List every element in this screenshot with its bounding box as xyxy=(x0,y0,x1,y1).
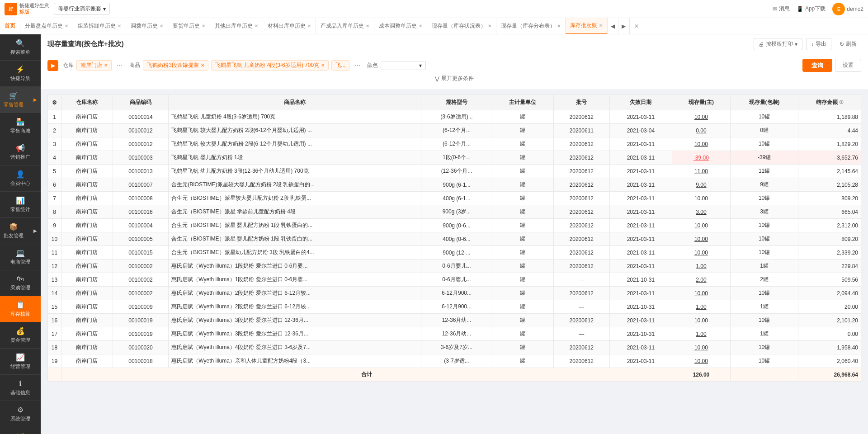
sidebar-label-basic: 基础信息 xyxy=(10,389,30,396)
close-icon[interactable]: ✕ xyxy=(65,24,68,28)
row-no: 16 xyxy=(48,314,61,327)
sidebar-item-retail[interactable]: 🛒 零售管理 ▶ xyxy=(0,87,41,113)
account-selector[interactable]: 母婴行业演示账套 ▾ xyxy=(54,3,110,15)
sidebar-item-system[interactable]: ⚙ 系统管理 xyxy=(0,401,41,427)
product-tag-2[interactable]: 飞鹤星飞帆 儿童奶粉 4段(3-6岁适用) 700克 ✕ xyxy=(211,60,329,71)
row-qty-main[interactable]: 10.00 xyxy=(672,110,731,124)
close-icon[interactable]: ✕ xyxy=(118,24,121,28)
row-name: 惠氏启賦（Wyeth illuma）2段奶粉 爱尔兰进口 6-12月较... xyxy=(169,300,421,314)
product-tag1-del[interactable]: ✕ xyxy=(201,63,204,68)
row-qty-main[interactable]: 3.00 xyxy=(672,205,731,219)
product-tag-more[interactable]: 飞... xyxy=(331,60,349,71)
sidebar-item-inventory[interactable]: 📋 库存核算 xyxy=(0,296,41,322)
tab-10[interactable]: 现存量（库存分布表） ✕ xyxy=(496,18,566,34)
row-warehouse: 南岸门店 xyxy=(61,219,113,232)
row-qty-main[interactable]: 2.00 xyxy=(672,273,731,287)
settings-button[interactable]: 设置 xyxy=(835,59,861,72)
nav-right-arrow[interactable]: ▶ xyxy=(618,18,629,34)
chevron-down-icon: ▾ xyxy=(103,6,106,12)
print-btn[interactable]: 🖨 按模板打印 ▾ xyxy=(754,38,802,50)
export-btn[interactable]: ↓ 导出 xyxy=(806,38,831,50)
row-batch: 20200612 xyxy=(553,165,609,178)
row-no: 12 xyxy=(48,259,61,273)
product-tag2-del[interactable]: ✕ xyxy=(321,63,325,68)
expand-more-btn[interactable]: ⋁ 展开更多条件 xyxy=(47,72,861,85)
tab-2[interactable]: 组装拆卸单历史 ✕ xyxy=(73,18,126,34)
row-no: 13 xyxy=(48,273,61,287)
tab-3[interactable]: 调拨单历史 ✕ xyxy=(126,18,168,34)
row-qty-main[interactable]: 11.00 xyxy=(672,165,731,178)
tab-8[interactable]: 成本调整单历史 ✕ xyxy=(374,18,427,34)
sidebar-item-store[interactable]: 🏪 零售商城 xyxy=(0,113,41,139)
tab-1[interactable]: 分量盘点单历史 ✕ xyxy=(20,18,73,34)
close-icon[interactable]: ✕ xyxy=(366,24,369,28)
row-spec: 1段(0-6个... xyxy=(421,151,492,165)
close-icon[interactable]: ✕ xyxy=(488,24,491,28)
app-download-btn[interactable]: 📱 App下载 xyxy=(797,5,826,13)
sidebar-item-marketing[interactable]: 📢 营销推广 xyxy=(0,139,41,165)
row-qty-main[interactable]: 10.00 xyxy=(672,137,731,151)
tab-7[interactable]: 产成品入库单历史 ✕ xyxy=(316,18,374,34)
finance-icon: 💰 xyxy=(16,327,25,335)
warehouse-more[interactable]: ··· xyxy=(114,61,125,70)
nav-left-arrow[interactable]: ◀ xyxy=(608,18,618,34)
sidebar-item-wholesale[interactable]: 📦 批发管理 ▶ xyxy=(0,218,41,244)
top-bar-right: ✉ 消息 📱 App下载 E demo2 xyxy=(773,3,863,15)
product-tag-1[interactable]: 飞鹤奶粉3段四罐提装 ✕ xyxy=(143,60,208,71)
tab-4[interactable]: 要货单历史 ✕ xyxy=(168,18,210,34)
sidebar-item-ecommerce[interactable]: 💻 电商管理 xyxy=(0,244,41,270)
sidebar-item-search[interactable]: 🔍 搜索菜单 xyxy=(0,34,41,61)
query-button[interactable]: 查询 xyxy=(802,59,832,72)
product-more[interactable]: ··· xyxy=(352,61,363,70)
row-qty-main[interactable]: 10.00 xyxy=(672,219,731,232)
close-icon[interactable]: ✕ xyxy=(307,24,311,28)
close-icon[interactable]: ✕ xyxy=(202,24,205,28)
refresh-btn[interactable]: ↻ 刷新 xyxy=(835,38,861,50)
tab-9[interactable]: 现存量（库存状况表） ✕ xyxy=(427,18,496,34)
sidebar-item-basic[interactable]: ℹ 基础信息 xyxy=(0,375,41,401)
close-icon[interactable]: ✕ xyxy=(419,24,422,28)
message-btn[interactable]: ✉ 消息 xyxy=(773,5,790,13)
table-row: 15 南岸门店 00100009 惠氏启賦（Wyeth illuma）2段奶粉 … xyxy=(48,300,861,314)
th-settings[interactable]: ⚙ xyxy=(48,95,61,110)
row-code: 00100018 xyxy=(113,354,169,368)
close-icon[interactable]: ✕ xyxy=(255,24,258,28)
tab-active[interactable]: 库存批次账 ✕ xyxy=(566,18,608,34)
row-expire: 2021-03-11 xyxy=(609,205,672,219)
row-no: 1 xyxy=(48,110,61,124)
row-qty-main[interactable]: 10.00 xyxy=(672,192,731,205)
sidebar-item-retail-stats[interactable]: 📊 零售统计 xyxy=(0,192,41,218)
close-icon[interactable]: ✕ xyxy=(160,24,163,28)
user-area[interactable]: E demo2 xyxy=(832,3,863,15)
warehouse-tag[interactable]: 南岸门店 ✕ xyxy=(76,60,112,71)
sidebar-item-management[interactable]: 📈 经营管理 xyxy=(0,349,41,375)
sidebar-item-purchase[interactable]: 🛍 采购管理 xyxy=(0,270,41,296)
row-qty-main[interactable]: 10.00 xyxy=(672,314,731,327)
tab-6[interactable]: 材料出库单历史 ✕ xyxy=(263,18,316,34)
row-qty-main[interactable]: 1.00 xyxy=(672,300,731,314)
row-qty-main[interactable]: 1.00 xyxy=(672,259,731,273)
tab-5[interactable]: 其他出库单历史 ✕ xyxy=(210,18,263,34)
row-qty-main[interactable]: -39.00 xyxy=(672,151,731,165)
row-qty-main[interactable]: 10.00 xyxy=(672,246,731,259)
close-all-tabs[interactable]: ✕ xyxy=(629,18,643,34)
row-qty-main[interactable]: 0.00 xyxy=(672,124,731,137)
close-icon[interactable]: ✕ xyxy=(599,23,603,28)
row-qty-main[interactable]: 10.00 xyxy=(672,287,731,300)
row-qty-main[interactable]: 10.00 xyxy=(672,354,731,368)
row-qty-main[interactable]: 10.00 xyxy=(672,232,731,246)
row-qty-main[interactable]: 10.00 xyxy=(672,341,731,354)
tab-home[interactable]: 首页 xyxy=(0,18,20,34)
row-amount: 1,189.88 xyxy=(798,110,861,124)
sidebar-item-collab[interactable]: 🤝 企业协同 xyxy=(0,427,41,434)
close-icon[interactable]: ✕ xyxy=(557,24,561,28)
row-qty-main[interactable]: 9.00 xyxy=(672,178,731,192)
sidebar-item-member[interactable]: 👤 会员中心 xyxy=(0,165,41,192)
sidebar-item-quicknav[interactable]: ⚡ 快捷导航 xyxy=(0,61,41,87)
info-icon[interactable]: ① xyxy=(839,99,844,105)
warehouse-tag-del[interactable]: ✕ xyxy=(104,63,108,68)
color-dropdown[interactable]: ▾ xyxy=(381,61,426,70)
row-qty-main[interactable]: 1.00 xyxy=(672,327,731,341)
sidebar-item-finance[interactable]: 💰 资金管理 xyxy=(0,322,41,349)
filter-expand-btn[interactable]: ▶ xyxy=(47,60,58,71)
